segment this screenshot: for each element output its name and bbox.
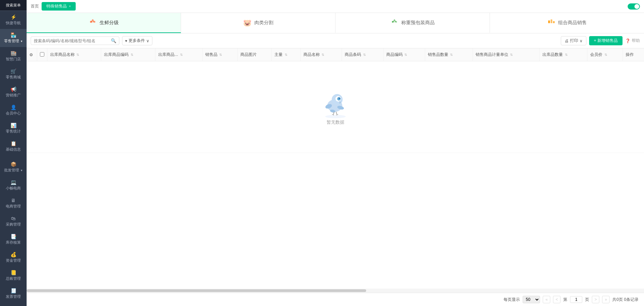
weigh-pack-icon xyxy=(390,18,399,28)
sidebar-item-ecom-mgmt[interactable]: 🖥 电商管理 xyxy=(0,194,27,212)
search-icon[interactable]: 🔍 xyxy=(111,38,116,43)
mini-ecom-icon: 💻 xyxy=(1,180,25,185)
svg-point-20 xyxy=(339,97,340,99)
table-container: ⚙ 出库商品名称 ⇅ 出库商品编码 ⇅ 出库商品... xyxy=(27,48,644,289)
prev-page-button[interactable]: < xyxy=(553,296,560,303)
close-tab-icon[interactable]: × xyxy=(69,4,71,8)
sort-icon-out-product-name: ⇅ xyxy=(76,53,79,57)
help-icon: ❓ xyxy=(625,39,630,43)
out-product-x-label: 出库商品... xyxy=(158,52,178,57)
meat-cut-icon: 🐷 xyxy=(243,19,252,27)
sidebar-item-inventory[interactable]: 📑 库存核算 xyxy=(0,230,27,248)
horizontal-scrollbar[interactable] xyxy=(27,289,644,293)
scroll-thumb[interactable] xyxy=(27,289,366,292)
sidebar-item-wholesale-mgmt[interactable]: 📦 批发管理 xyxy=(0,158,27,176)
svg-point-15 xyxy=(325,115,346,118)
home-breadcrumb[interactable]: 首页 xyxy=(31,3,39,9)
cat-tab-combo-sale[interactable]: 组合商品销售 xyxy=(490,13,644,33)
sale-qty-header[interactable]: 销售品数量 ⇅ xyxy=(425,48,473,61)
general-ledger-icon: 📒 xyxy=(1,270,25,275)
sort-icon-out-product-code: ⇅ xyxy=(131,53,133,57)
print-chevron-icon: ∨ xyxy=(580,39,583,43)
sort-icon-out-qty: ⇅ xyxy=(565,53,568,57)
out-product-x-header[interactable]: 出库商品... ⇅ xyxy=(155,48,202,61)
svg-rect-14 xyxy=(553,21,555,23)
next-page-button[interactable]: > xyxy=(592,296,599,303)
first-page-button[interactable]: « xyxy=(543,296,550,303)
sidebar-item-mini-ecom[interactable]: 💻 小畅电商 xyxy=(0,176,27,194)
cat-tab-meat-cut[interactable]: 🐷 肉类分割 xyxy=(181,13,335,33)
settings-icon[interactable]: ⚙ xyxy=(29,52,33,57)
help-button[interactable]: ❓ 帮助 xyxy=(625,38,640,44)
sidebar-logo[interactable]: 搜索菜单 xyxy=(0,0,27,11)
theme-toggle[interactable] xyxy=(628,3,640,10)
out-product-code-header[interactable]: 出库商品编码 ⇅ xyxy=(101,48,155,61)
sidebar-item-label: 资金管理 xyxy=(6,258,21,262)
product-image-header[interactable]: 商品图片 xyxy=(237,48,272,61)
sale-product-header[interactable]: 销售品 ⇅ xyxy=(202,48,237,61)
sort-icon-product-name: ⇅ xyxy=(321,53,324,57)
sidebar-item-invoice[interactable]: 🧾 发票管理 xyxy=(0,285,27,303)
svg-point-21 xyxy=(340,97,340,98)
prev-page-icon: < xyxy=(556,297,558,302)
cat-tab-meat-cut-label: 肉类分割 xyxy=(254,20,273,26)
sort-icon-weight: ⇅ xyxy=(285,53,287,57)
member-price-header[interactable]: 会员价 ⇅ xyxy=(587,48,623,61)
sidebar-item-marketing[interactable]: 📢 营销推广 xyxy=(0,83,27,101)
sidebar-item-retail-stats[interactable]: 📊 零售统计 xyxy=(0,119,27,137)
sidebar-item-retail-mall[interactable]: 🛒 零售商城 xyxy=(0,65,27,83)
table-body: 暂无数据 xyxy=(27,61,644,153)
sidebar-item-tax[interactable]: 🏦 税务管理 xyxy=(0,303,27,306)
print-button[interactable]: 🖨 打印 ∨ xyxy=(561,36,586,45)
per-page-select[interactable]: 50 10 20 100 xyxy=(523,296,540,303)
sidebar-item-smart-store[interactable]: 🏬 智慧门店 xyxy=(0,47,27,65)
settings-column-header[interactable]: ⚙ xyxy=(27,48,37,61)
sidebar-item-label: 营销推广 xyxy=(6,93,21,97)
out-product-name-header[interactable]: 出库商品名称 ⇅ xyxy=(47,48,101,61)
print-label: 打印 xyxy=(570,38,578,44)
wholesale-mgmt-icon: 📦 xyxy=(1,162,25,167)
sort-icon-product-code: ⇅ xyxy=(404,53,407,57)
help-label: 帮助 xyxy=(632,38,640,44)
pagination: 每页显示 50 10 20 100 « < 第 页 > » 共0页 0条记录 xyxy=(27,293,644,306)
filter-button[interactable]: ▾ 更多条件 ∨ xyxy=(122,36,152,45)
sidebar-item-finance[interactable]: 💰 资金管理 xyxy=(0,248,27,266)
out-qty-header[interactable]: 出库品数量 ⇅ xyxy=(540,48,587,61)
product-image-label: 商品图片 xyxy=(240,52,257,57)
member-price-label: 会员价 xyxy=(590,52,602,57)
weight-header[interactable]: 主量 ⇅ xyxy=(272,48,300,61)
sale-unit-header[interactable]: 销售商品计量单位 ⇅ xyxy=(473,48,540,61)
sidebar-item-purchase-mgmt[interactable]: 🛍 采购管理 xyxy=(0,212,27,230)
fresh-grade-icon xyxy=(89,18,97,28)
cat-tab-fresh-grade[interactable]: 生鲜分级 xyxy=(27,13,181,33)
page-number-input[interactable] xyxy=(570,296,582,303)
cat-tab-combo-sale-label: 组合商品销售 xyxy=(558,20,587,26)
active-tab[interactable]: 特殊销售品 × xyxy=(42,2,76,11)
cat-tab-weigh-pack[interactable]: 称重预包装商品 xyxy=(335,13,490,33)
sidebar-item-members[interactable]: 👤 会员中心 xyxy=(0,101,27,119)
svg-rect-12 xyxy=(548,20,550,23)
sidebar-item-basic-info[interactable]: 📋 基础信息 xyxy=(0,137,27,155)
add-sale-product-button[interactable]: + 新增销售品 xyxy=(589,36,623,45)
top-bar: 首页 特殊销售品 × xyxy=(27,0,644,13)
sidebar-item-label: 零售统计 xyxy=(6,129,21,133)
checkbox-column-header[interactable] xyxy=(37,48,47,61)
svg-line-26 xyxy=(336,112,337,114)
sidebar-item-general-ledger[interactable]: 📒 总账管理 xyxy=(0,266,27,285)
cat-tab-fresh-grade-label: 生鲜分级 xyxy=(100,20,119,26)
select-all-checkbox[interactable] xyxy=(40,52,44,57)
sort-icon-sale-qty: ⇅ xyxy=(450,53,453,57)
product-code-header[interactable]: 商品编码 ⇅ xyxy=(384,48,425,61)
sidebar-item-retail-mgmt[interactable]: 🏪 零售管理 xyxy=(0,29,27,47)
sidebar-item-quick-nav[interactable]: ⚡ 快捷导航 xyxy=(0,11,27,29)
weight-label: 主量 xyxy=(274,52,283,57)
product-name-header[interactable]: 商品名称 ⇅ xyxy=(300,48,342,61)
ecom-mgmt-icon: 🖥 xyxy=(1,198,25,203)
product-barcode-header[interactable]: 商品条码 ⇅ xyxy=(342,48,384,61)
inventory-icon: 📑 xyxy=(1,234,25,239)
retail-mgmt-icon: 🏪 xyxy=(1,32,25,38)
search-input[interactable] xyxy=(34,39,111,43)
last-page-button[interactable]: » xyxy=(602,296,610,303)
sale-unit-label: 销售商品计量单位 xyxy=(476,52,508,57)
active-tab-label: 特殊销售品 xyxy=(46,3,67,9)
